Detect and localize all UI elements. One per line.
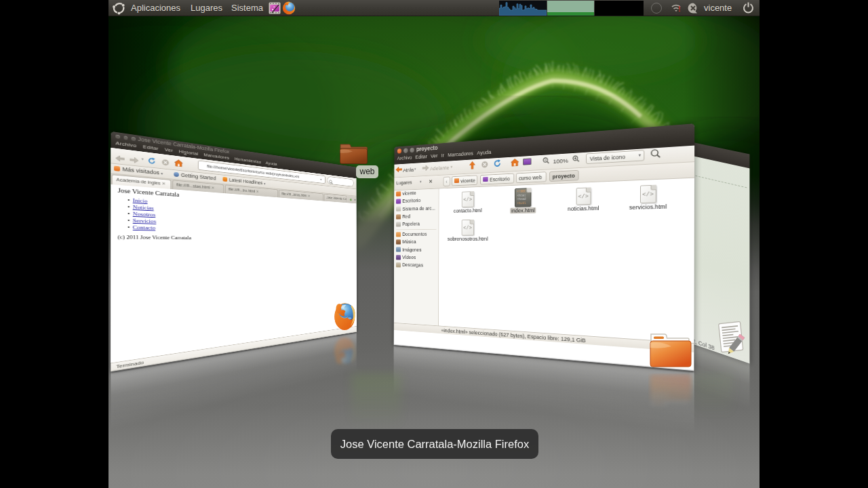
svg-text:!: ! bbox=[678, 5, 681, 13]
